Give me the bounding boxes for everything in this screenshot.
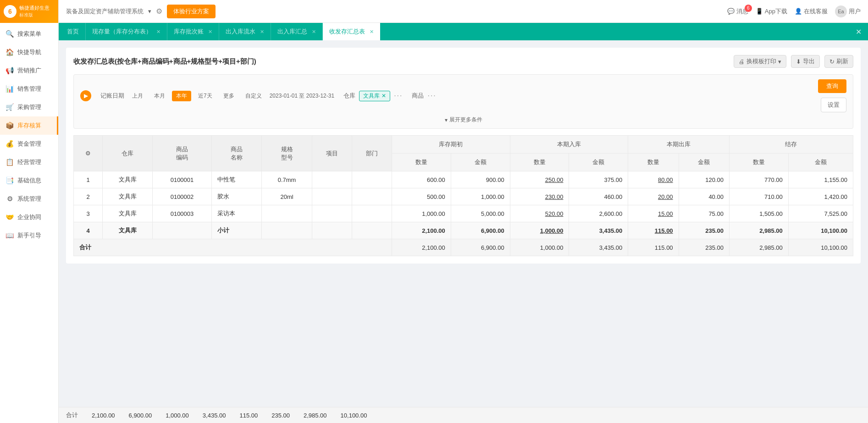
search-icon: 🔍 <box>6 30 14 38</box>
system-dropdown[interactable]: ▾ <box>148 8 151 15</box>
marketing-icon: 📢 <box>6 66 14 75</box>
user-menu[interactable]: Ea 用户 <box>835 5 861 17</box>
sidebar-item-label: 快捷导航 <box>17 48 41 56</box>
online-service-button[interactable]: 👤 在线客服 <box>795 7 828 16</box>
row-no: 4 <box>74 222 103 239</box>
row-start-amt: 900.00 <box>451 171 510 188</box>
row-in-qty[interactable]: 1,000.00 <box>510 222 569 239</box>
sidebar-item-label: 采购管理 <box>17 103 41 111</box>
row-out-amt: 120.00 <box>679 171 729 188</box>
sidebar-item-finance[interactable]: 💰资金管理 <box>0 135 58 153</box>
filter-expand-icon[interactable]: ▶ <box>80 90 91 101</box>
row-goods-spec <box>261 205 312 222</box>
date-btn-more[interactable]: 更多 <box>219 91 238 101</box>
bottom-total-label: 合计 <box>66 411 78 419</box>
sidebar-item-system[interactable]: ⚙系统管理 <box>0 190 58 208</box>
sidebar-item-label: 系统管理 <box>17 195 41 203</box>
tab-close-icon[interactable]: ✕ <box>312 29 316 35</box>
row-bal-amt: 7,525.00 <box>788 205 853 222</box>
warehouse-more-button[interactable]: ··· <box>394 92 403 100</box>
row-warehouse: 文具库 <box>103 205 153 222</box>
sidebar-item-marketing[interactable]: 📢营销推广 <box>0 61 58 80</box>
date-btn-this-year[interactable]: 本年 <box>172 91 191 101</box>
table-footer-row: 合计 2,100.00 6,900.00 1,000.00 3,435.00 1… <box>74 239 853 256</box>
sidebar-nav: 🔍搜索菜单🏠快捷导航📢营销推广📊销售管理🛒采购管理📦库存核算💰资金管理📋经营管理… <box>0 23 58 423</box>
col-balance-header: 结存 <box>729 136 853 154</box>
tab------[interactable]: 库存批次账✕ <box>167 23 219 40</box>
tab-close-icon[interactable]: ✕ <box>156 29 160 35</box>
row-in-qty[interactable]: 520.00 <box>510 205 569 222</box>
table-row: 1 文具库 0100001 中性笔 0.7mm 600.00 900.00 25… <box>74 171 853 188</box>
expand-more-button[interactable]: ▾ 展开更多条件 <box>80 116 846 124</box>
sidebar-item-quicknav[interactable]: 🏠快捷导航 <box>0 43 58 61</box>
sidebar-item-operations[interactable]: 📋经营管理 <box>0 153 58 171</box>
warehouse-tag: 文具库 ✕ <box>359 91 390 101</box>
tab-close-icon[interactable]: ✕ <box>260 29 264 35</box>
row-project <box>312 188 352 205</box>
row-in-qty[interactable]: 230.00 <box>510 188 569 205</box>
tab-close-icon[interactable]: ✕ <box>208 29 212 35</box>
query-button[interactable]: 查询 <box>818 79 846 93</box>
filter-settings-button[interactable]: 设置 <box>821 98 846 112</box>
sales-icon: 📊 <box>6 85 14 93</box>
sidebar-item-basic[interactable]: 📑基础信息 <box>0 171 58 190</box>
settings-icon[interactable]: ⚙ <box>156 7 162 16</box>
service-icon: 👤 <box>795 8 802 15</box>
row-out-qty[interactable]: 15.00 <box>628 205 679 222</box>
tab-label: 出入库流水 <box>226 27 255 36</box>
tab-------[interactable]: 收发存汇总表✕ <box>323 23 380 40</box>
row-out-qty[interactable]: 115.00 <box>628 222 679 239</box>
sidebar-item-search[interactable]: 🔍搜索菜单 <box>0 25 58 43</box>
tabs-bar: 首页现存量（库存分布表）✕库存批次账✕出入库流水✕出入库汇总✕收发存汇总表✕✕ <box>59 23 868 40</box>
export-icon: ⬇ <box>796 58 801 65</box>
row-out-qty[interactable]: 20.00 <box>628 188 679 205</box>
chevron-down-icon: ▾ <box>445 117 448 123</box>
sidebar-item-enterprise[interactable]: 🤝企业协同 <box>0 208 58 226</box>
goods-label: 商品 <box>412 92 424 100</box>
row-start-amt: 1,000.00 <box>451 188 510 205</box>
tab------[interactable]: 出入库汇总✕ <box>271 23 323 40</box>
trial-button[interactable]: 体验行业方案 <box>167 5 216 18</box>
page-title: 收发存汇总表(按仓库+商品编码+商品+规格型号+项目+部门) <box>73 57 256 66</box>
row-warehouse: 文具库 <box>103 222 153 239</box>
col-settings-header[interactable]: ⚙ <box>74 136 103 171</box>
sidebar-item-inventory[interactable]: 📦库存核算 <box>0 116 58 135</box>
row-out-qty[interactable]: 80.00 <box>628 171 679 188</box>
tabs-close-all-button[interactable]: ✕ <box>851 27 866 36</box>
refresh-button[interactable]: ↻ 刷新 <box>824 55 853 68</box>
row-in-amt: 460.00 <box>569 188 628 205</box>
date-btn-custom[interactable]: 自定义 <box>241 91 266 101</box>
bottom-start-amt: 6,900.00 <box>129 412 152 419</box>
date-btn-7days[interactable]: 近7天 <box>194 91 216 101</box>
sidebar-item-label: 新手引导 <box>17 231 41 240</box>
sidebar-item-guide[interactable]: 📖新手引导 <box>0 226 58 245</box>
messages-button[interactable]: 💬 消息 6 <box>727 7 748 16</box>
export-button[interactable]: ⬇ 导出 <box>791 55 820 68</box>
warehouse-remove-button[interactable]: ✕ <box>381 93 386 99</box>
sidebar-item-label: 企业协同 <box>17 213 41 221</box>
col-bal-amt-header: 金额 <box>788 154 853 171</box>
chevron-down-icon: ▾ <box>778 58 781 65</box>
date-btn-this-month[interactable]: 本月 <box>150 91 169 101</box>
goods-more-button[interactable]: ··· <box>427 92 436 100</box>
quicknav-icon: 🏠 <box>6 48 14 56</box>
refresh-icon: ↻ <box>829 58 835 65</box>
sidebar-item-label: 经营管理 <box>17 158 41 166</box>
table-row: 2 文具库 0100002 胶水 20ml 500.00 1,000.00 23… <box>74 188 853 205</box>
tab-close-icon[interactable]: ✕ <box>370 29 374 35</box>
row-start-amt: 5,000.00 <box>451 205 510 222</box>
bottom-bar: 合计 2,100.00 6,900.00 1,000.00 3,435.00 1… <box>59 407 868 423</box>
sidebar-item-purchase[interactable]: 🛒采购管理 <box>0 98 58 116</box>
row-project <box>312 171 352 188</box>
app-download-button[interactable]: 📱 App下载 <box>756 7 787 16</box>
row-bal-qty: 770.00 <box>729 171 788 188</box>
bottom-bal-amt: 10,100.00 <box>341 412 367 419</box>
sidebar-item-sales[interactable]: 📊销售管理 <box>0 80 58 98</box>
tab-----------[interactable]: 现存量（库存分布表）✕ <box>86 23 167 40</box>
date-btn-last-month[interactable]: 上月 <box>128 91 147 101</box>
app-download-label: App下载 <box>765 7 787 16</box>
row-in-qty[interactable]: 250.00 <box>510 171 569 188</box>
tab------[interactable]: 出入库流水✕ <box>219 23 271 40</box>
template-print-button[interactable]: 🖨 换模板打印 ▾ <box>734 55 786 68</box>
tab---[interactable]: 首页 <box>61 23 86 40</box>
